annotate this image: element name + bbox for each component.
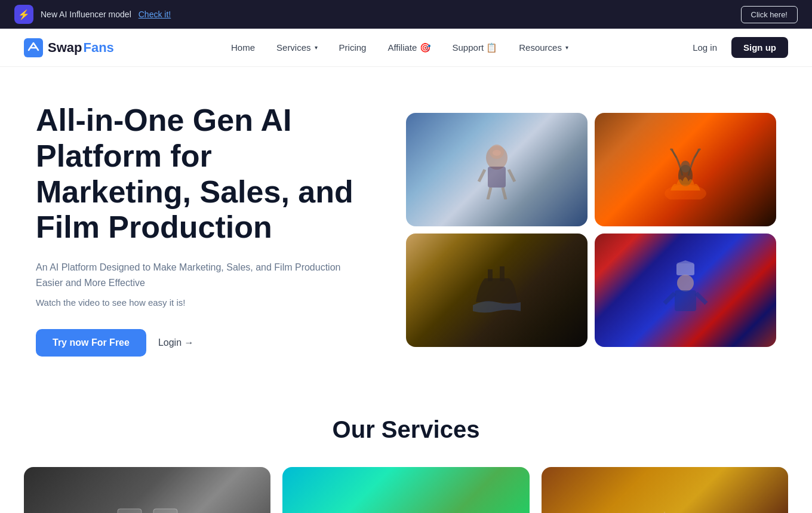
top-banner: ⚡ New AI Influencer model Check it! Clic… [0, 0, 812, 29]
svg-point-15 [677, 275, 694, 291]
svg-point-10 [681, 161, 690, 173]
svg-rect-14 [676, 263, 694, 275]
hero-subtitle: An AI Platform Designed to Make Marketin… [36, 260, 370, 290]
banner-left: ⚡ New AI Influencer model Check it! [14, 5, 171, 24]
service-card-2[interactable] [282, 467, 529, 513]
hero-image-uncle-sam [595, 234, 776, 347]
services-title: Our Services [24, 416, 788, 443]
hero-image-ship [406, 234, 588, 347]
signup-button[interactable]: Sign up [731, 37, 788, 58]
svg-line-18 [696, 293, 706, 303]
svg-line-6 [509, 170, 515, 182]
svg-line-5 [479, 170, 485, 182]
svg-rect-13 [500, 266, 505, 281]
logo-swap-text: Swap [48, 40, 82, 56]
hero-image-deer [595, 113, 776, 226]
hero-image-pig [406, 113, 588, 226]
hero-title: All-in-One Gen AI Platform for Marketing… [36, 103, 370, 245]
hero-left: All-in-One Gen AI Platform for Marketing… [36, 103, 370, 357]
hero-login-button[interactable]: Login → [158, 337, 194, 348]
svg-line-8 [503, 188, 506, 199]
logo[interactable]: SwapFans [24, 38, 114, 57]
logo-fans-text: Fans [83, 40, 113, 56]
nav-item-pricing[interactable]: Pricing [331, 38, 375, 57]
login-button[interactable]: Log in [685, 38, 724, 57]
chevron-down-icon: ▾ [315, 44, 318, 51]
service-card-3[interactable] [542, 467, 788, 513]
svg-point-3 [493, 150, 501, 156]
service-card-1[interactable] [24, 467, 270, 513]
svg-rect-4 [488, 167, 506, 188]
banner-text: New AI Influencer model [41, 10, 131, 19]
svg-line-17 [665, 293, 675, 303]
logo-icon [24, 38, 43, 57]
svg-rect-16 [675, 290, 696, 311]
click-here-button[interactable]: Click here! [741, 6, 798, 23]
main-nav: SwapFans Home Services ▾ Pricing Affilia… [0, 29, 812, 67]
services-section: Our Services [0, 380, 812, 513]
banner-link[interactable]: Check it! [139, 10, 171, 19]
hero-watch-text: Watch the video to see how easy it is! [36, 297, 370, 308]
pig-warrior-placeholder [406, 113, 588, 226]
nav-actions: Log in Sign up [685, 37, 788, 58]
svg-rect-19 [118, 509, 142, 513]
hero-buttons: Try now For Free Login → [36, 329, 370, 357]
nav-item-affiliate[interactable]: Affiliate 🎯 [379, 38, 439, 58]
hero-section: All-in-One Gen AI Platform for Marketing… [0, 67, 812, 380]
nav-item-services[interactable]: Services ▾ [268, 38, 326, 57]
svg-rect-20 [153, 509, 177, 513]
nav-item-home[interactable]: Home [223, 38, 263, 57]
hero-images-grid [406, 113, 776, 347]
services-cards-grid [24, 467, 788, 513]
svg-line-7 [488, 188, 491, 199]
nav-links: Home Services ▾ Pricing Affiliate 🎯 Supp… [223, 38, 577, 58]
svg-rect-12 [488, 269, 493, 281]
nav-item-resources[interactable]: Resources ▾ [510, 38, 577, 57]
lightning-icon: ⚡ [14, 5, 33, 24]
try-now-button[interactable]: Try now For Free [36, 329, 146, 357]
chevron-down-icon: ▾ [565, 44, 568, 51]
deer-fire-placeholder [595, 113, 776, 226]
nav-item-support[interactable]: Support 📋 [444, 38, 506, 58]
ship-sinking-placeholder [406, 234, 588, 347]
uncle-sam-placeholder [595, 234, 776, 347]
